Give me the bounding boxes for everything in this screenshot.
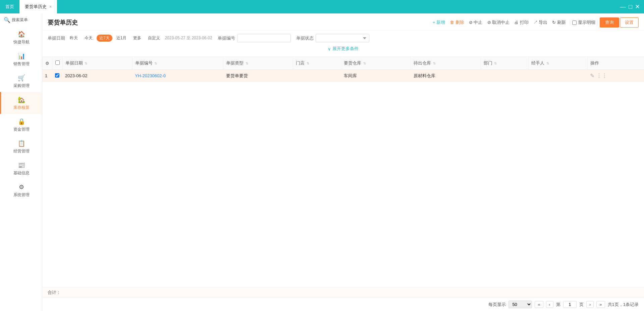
row-order-type: 要货单要货 [223,70,293,82]
chip-more[interactable]: 更多 [130,35,144,42]
col-order-no[interactable]: 单据编号 ⇅ [132,57,223,70]
divider [570,20,570,25]
sidebar-label-operations: 经营管理 [13,148,30,154]
first-page-btn[interactable]: « [535,301,543,308]
sidebar-search-label: 搜索菜单 [12,17,28,23]
sort-icon-store: ⇅ [307,61,309,65]
delete-button[interactable]: 🗑 删除 [448,18,466,27]
display-detail-checkbox[interactable] [572,20,577,25]
prev-page-btn[interactable]: ‹ [546,301,553,308]
cancel-stop-button[interactable]: ⊘ 取消中止 [485,18,512,27]
setting-button[interactable]: 设置 [620,17,639,28]
date-filter-group: 单据日期 昨天 今天 近7天 近1月 更多 自定义 2023-05-27 至 2… [48,35,212,42]
col-settings[interactable]: ⚙ [42,57,52,70]
table-row: 1 2023-06-02 YH-20230602-0 要货单要货 车间库 原材料… [42,70,644,82]
status-label: 单据状态 [296,35,314,41]
filter-row-1: 单据日期 昨天 今天 近7天 近1月 更多 自定义 2023-05-27 至 2… [48,34,639,42]
chip-1month[interactable]: 近1月 [114,35,129,42]
col-department[interactable]: 部门 ⇅ [481,57,529,70]
minimize-icon[interactable]: — [620,3,626,10]
chevron-down-icon: ∨ [328,46,331,51]
home-icon: 🏠 [18,31,25,38]
app-close-icon[interactable]: ✕ [635,3,640,10]
print-button[interactable]: 🖨 打印 [512,18,531,27]
page-size-label: 每页显示 [488,302,506,308]
row-order-no: YH-20230602-0 [132,70,223,82]
row-checkbox[interactable] [52,70,62,82]
page-size-select[interactable]: 50 10 20 100 [508,301,532,308]
sidebar-label-sales: 销售管理 [13,61,30,67]
row-edit-icon[interactable]: ✎ [590,73,594,79]
tab-home-label: 首页 [5,4,14,10]
content-area: 要货单历史 + 新增 🗑 删除 ⊘ 中止 ⊘ 取消中止 🖨 打印 ↗ 导出 ↻ … [42,13,644,311]
expand-more-label: 展开更多条件 [332,46,359,52]
export-button[interactable]: ↗ 导出 [531,18,550,27]
page-number-input[interactable] [563,301,577,308]
row-actions: ✎ ⋮⋮ [587,70,644,82]
chip-yesterday[interactable]: 昨天 [67,35,80,42]
sidebar-label-inventory: 库存核算 [13,105,30,110]
tab-home[interactable]: 首页 [0,0,19,13]
refresh-button[interactable]: ↻ 刷新 [550,18,568,27]
tab-close-icon[interactable]: × [49,4,52,9]
col-handler[interactable]: 经手人 ⇅ [529,57,587,70]
pagination-bar: 每页显示 50 10 20 100 « ‹ 第 页 › » 共1页，1条记录 [42,298,644,311]
last-page-btn[interactable]: » [596,301,605,308]
page-label: 第 [556,302,560,308]
row-num: 1 [42,70,52,82]
row-select-checkbox[interactable] [55,73,59,78]
stop-button[interactable]: ⊘ 中止 [467,18,485,27]
table-area: ⚙ 单据日期 ⇅ 单据编号 ⇅ 单据类型 [42,57,644,287]
sort-icon-order-type: ⇅ [246,61,248,65]
sidebar-item-system[interactable]: ⚙ 系统管理 [0,179,42,201]
chip-7days[interactable]: 近7天 [97,35,112,42]
table-header-row: ⚙ 单据日期 ⇅ 单据编号 ⇅ 单据类型 [42,57,644,70]
sidebar-item-inventory[interactable]: 🏡 库存核算 [0,92,42,114]
sidebar-item-sales[interactable]: 📊 销售管理 [0,48,42,70]
sidebar-search[interactable]: 🔍 搜索菜单 [0,13,42,27]
row-more-icon[interactable]: ⋮⋮ [596,73,607,79]
col-req-warehouse[interactable]: 要货仓库 ⇅ [341,57,411,70]
order-no-label: 单据编号 [218,35,235,41]
col-pending-warehouse[interactable]: 待出仓库 ⇅ [411,57,481,70]
page-header: 要货单历史 + 新增 🗑 删除 ⊘ 中止 ⊘ 取消中止 🖨 打印 ↗ 导出 ↻ … [42,13,644,31]
order-no-filter-group: 单据编号 [218,34,291,42]
chip-custom[interactable]: 自定义 [145,35,163,42]
sidebar-item-quick-nav[interactable]: 🏠 快捷导航 [0,27,42,48]
status-filter-group: 单据状态 [296,34,369,42]
date-range: 2023-05-27 至 2023-06-02 [165,35,212,41]
header-actions: + 新增 🗑 删除 ⊘ 中止 ⊘ 取消中止 🖨 打印 ↗ 导出 ↻ 刷新 显示明… [431,17,639,28]
display-detail-label: 显示明细 [578,19,595,26]
col-checkbox[interactable] [52,57,62,70]
sidebar-item-base-info[interactable]: 📰 基础信息 [0,158,42,179]
search-icon: 🔍 [4,17,10,23]
col-order-type[interactable]: 单据类型 ⇅ [223,57,293,70]
status-select[interactable] [316,34,369,42]
tab-requisition-history[interactable]: 要货单历史 × [19,0,57,13]
col-date[interactable]: 单据日期 ⇅ [62,57,132,70]
row-store [293,70,341,82]
query-button[interactable]: 查询 [600,17,619,28]
expand-more-btn[interactable]: ∨ 展开更多条件 [48,44,639,53]
maximize-icon[interactable]: □ [629,3,632,10]
display-detail-toggle[interactable]: 显示明细 [572,19,595,26]
sidebar-label-finance: 资金管理 [13,127,30,132]
page-suffix: 页 [579,302,584,308]
row-action-group: ✎ ⋮⋮ [590,73,641,79]
chart-icon: 📊 [18,52,25,60]
sidebar-item-purchase[interactable]: 🛒 采购管理 [0,70,42,92]
sidebar-item-finance[interactable]: 🔒 资金管理 [0,114,42,136]
chip-today[interactable]: 今天 [82,35,95,42]
sort-icon-department: ⇅ [494,61,497,65]
new-button[interactable]: + 新增 [431,18,447,27]
sidebar-label-purchase: 采购管理 [13,83,30,89]
order-no-input[interactable] [237,34,291,42]
sidebar-label-base-info: 基础信息 [13,170,30,176]
sidebar-item-operations[interactable]: 📋 经营管理 [0,136,42,158]
next-page-btn[interactable]: › [586,301,594,308]
order-no-link[interactable]: YH-20230602-0 [135,73,166,78]
total-label: 合计： [48,290,61,296]
col-store[interactable]: 门店 ⇅ [293,57,341,70]
top-bar: 首页 要货单历史 × — □ ✕ [0,0,644,13]
select-all-checkbox[interactable] [55,60,60,65]
